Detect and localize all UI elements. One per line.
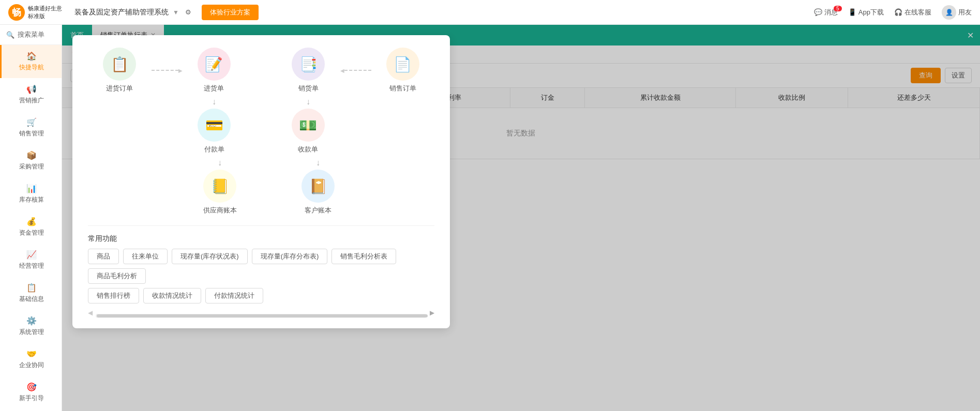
finance-icon: 💰 [26,217,37,226]
system-icon: ⚙️ [26,316,37,326]
flow-node-sales-bill[interactable]: 📑 销货单 [277,48,340,93]
scrollbar-thumb [97,314,428,317]
logo-text: 畅康通好生意 标准版 [28,5,62,20]
purchase-order-circle[interactable]: 📋 [103,48,136,81]
down-arrow-sales-bill: ↓ [276,97,340,106]
avatar: 👤 [942,5,956,20]
flow-node-supplier-ledger[interactable]: 📒 供应商账本 [186,170,253,215]
quick-icon: 🏠 [26,51,37,61]
arrow-right-1: ▶ [152,68,183,73]
message-button[interactable]: 💬 消息 5 [814,8,838,17]
phone-icon: 📱 [848,8,856,16]
flow-row-2: 💳 付款单 💵 收款单 [88,109,434,154]
inventory-icon: 📊 [26,184,37,193]
dropdown-arrow-icon[interactable]: ▼ [173,9,179,16]
sales-icon: 🛒 [26,117,37,127]
common-functions: 常用功能 商品 往来单位 现存量(库存状况表) 现存量(库存分布表) 销售毛利分… [88,225,434,303]
func-buttons-row2: 销售排行榜 收款情况统计 付款情况统计 [88,288,434,303]
message-icon: 💬 [814,8,822,16]
flow-node-sales-order[interactable]: 📄 销售订单 [371,48,435,93]
overlay[interactable]: 📋 进货订单 ▶ 📝 进货单 📑 [62,25,980,411]
sidebar-item-enterprise[interactable]: 🤝 企业协同 [0,343,62,376]
func-btn-receipt-stats[interactable]: 收款情况统计 [143,288,201,303]
search-menu[interactable]: 🔍 搜索菜单 [0,25,62,45]
quick-popup: 📋 进货订单 ▶ 📝 进货单 📑 [72,35,450,328]
func-btn-sales-margin[interactable]: 销售毛利分析表 [331,249,396,264]
func-buttons-row1: 商品 往来单位 现存量(库存状况表) 现存量(库存分布表) 销售毛利分析表 商品… [88,249,434,284]
arrow-left-1: ◀ [340,68,371,73]
experience-button[interactable]: 体验行业方案 [202,5,259,20]
system-name: 装备及固定资产辅助管理系统 ▼ [74,8,179,17]
func-btn-sales-ranking[interactable]: 销售排行榜 [88,288,139,303]
operation-icon: 📈 [26,250,37,260]
scroll-left-icon[interactable]: ◀ [88,309,93,316]
user-menu[interactable]: 👤 用友 [942,5,972,20]
message-badge: 5 [834,6,842,11]
sidebar-item-basic[interactable]: 📋 基础信息 [0,277,62,310]
online-service-button[interactable]: 🎧 在线客服 [894,8,931,17]
common-functions-title: 常用功能 [88,234,434,243]
flow-node-payment[interactable]: 💳 付款单 [182,109,246,154]
func-btn-payment-stats[interactable]: 付款情况统计 [205,288,263,303]
enterprise-icon: 🤝 [26,349,37,359]
sidebar-item-finance[interactable]: 💰 资金管理 [0,210,62,243]
header-right: 💬 消息 5 📱 App下载 🎧 在线客服 👤 用友 [814,5,972,20]
sidebar-item-marketing[interactable]: 📢 营销推广 [0,78,62,111]
payment-circle[interactable]: 💳 [198,109,231,142]
logo-area: 畅 畅康通好生意 标准版 [8,4,70,21]
sales-order-circle[interactable]: 📄 [386,48,419,81]
sidebar-item-quick[interactable]: 🏠 快捷导航 [0,45,62,78]
search-icon: 🔍 [6,31,14,39]
logo-icon: 畅 [8,4,25,21]
purchase-bill-circle[interactable]: 📝 [198,48,231,81]
flow-row-3: 📒 供应商账本 📔 客户账本 [88,170,434,215]
flow-node-purchase-order[interactable]: 📋 进货订单 [88,48,152,93]
sidebar-item-operation[interactable]: 📈 经营管理 [0,243,62,277]
customer-ledger-circle[interactable]: 📔 [301,170,335,203]
sidebar-item-system[interactable]: ⚙️ 系统管理 [0,310,62,343]
func-btn-product-margin[interactable]: 商品毛利分析 [88,268,146,284]
app-download-button[interactable]: 📱 App下载 [848,8,884,17]
down-arrow-purchase-bill: ↓ [182,97,246,106]
down-arrows-row: ↓ ↓ [88,97,434,106]
sales-bill-circle[interactable]: 📑 [292,48,325,81]
settings-icon[interactable]: ⚙ [181,5,195,20]
popup-scrollbar[interactable] [96,314,427,318]
receipt-circle[interactable]: 💵 [292,109,325,142]
sidebar-item-sales[interactable]: 🛒 销售管理 [0,111,62,144]
newbie-icon: 🎯 [26,382,37,392]
func-btn-stock-status[interactable]: 现存量(库存状况表) [172,249,248,264]
sidebar: 🔍 搜索菜单 🏠 快捷导航 📢 营销推广 🛒 销售管理 📦 采购管理 📊 库存核… [0,25,62,411]
func-btn-stock-distribution[interactable]: 现存量(库存分布表) [252,249,328,264]
down-arrows-row-2: ↓ ↓ [88,158,434,168]
sidebar-item-inventory[interactable]: 📊 库存核算 [0,177,62,210]
sidebar-item-newbie[interactable]: 🎯 新手引导 [0,376,62,409]
func-btn-product[interactable]: 商品 [88,249,119,264]
flow-node-receipt[interactable]: 💵 收款单 [276,109,340,154]
func-btn-partner[interactable]: 往来单位 [123,249,168,264]
headset-icon: 🎧 [894,8,902,16]
marketing-icon: 📢 [26,84,37,94]
top-header: 畅 畅康通好生意 标准版 装备及固定资产辅助管理系统 ▼ ⚙ 体验行业方案 💬 … [0,0,980,25]
sidebar-item-purchase[interactable]: 📦 采购管理 [0,144,62,177]
flow-node-customer-ledger[interactable]: 📔 客户账本 [284,170,352,215]
purchase-icon: 📦 [26,150,37,160]
flow-row-1: 📋 进货订单 ▶ 📝 进货单 📑 [88,48,434,93]
basic-icon: 📋 [26,283,37,293]
flow-node-purchase-bill[interactable]: 📝 进货单 [183,48,246,93]
supplier-ledger-circle[interactable]: 📒 [203,170,236,203]
scroll-right-icon[interactable]: ▶ [430,309,434,316]
popup-scrollbar-area: ◀ ▶ [88,308,434,318]
